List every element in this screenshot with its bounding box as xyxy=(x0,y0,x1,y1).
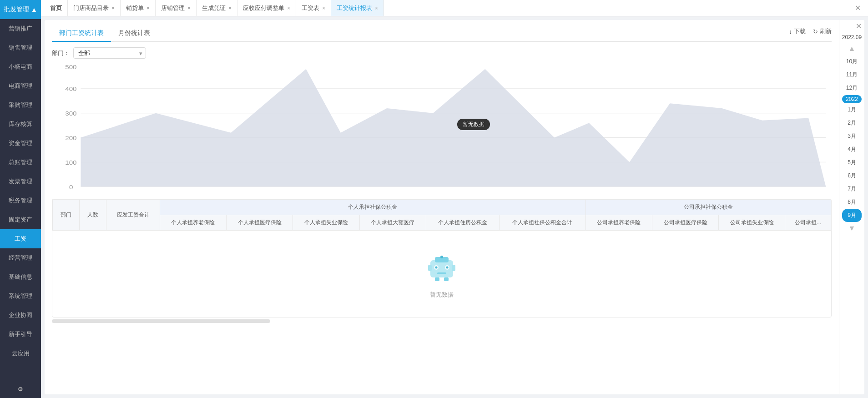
sidebar-item-guide[interactable]: 新手引导 xyxy=(0,325,41,344)
sidebar-title-text: 批发管理 xyxy=(4,5,29,14)
svg-text:500: 500 xyxy=(65,64,77,71)
svg-text:400: 400 xyxy=(65,86,77,92)
refresh-label: 刷新 xyxy=(820,27,832,35)
main-area: 首页门店商品目录×销货单×店铺管理×生成凭证×应收应付调整单×工资表×工资统计报… xyxy=(41,0,868,398)
tab-payroll-report[interactable]: 工资统计报表× xyxy=(331,0,384,16)
sub-tab-dept-stats[interactable]: 部门工资统计表 xyxy=(52,25,111,42)
refresh-icon: ↻ xyxy=(813,28,818,35)
tab-label-store-mgmt: 店铺管理 xyxy=(161,4,185,12)
sidebar-item-purchase[interactable]: 采购管理 xyxy=(0,96,41,115)
tab-generate-voucher[interactable]: 生成凭证× xyxy=(197,0,237,16)
svg-rect-11 xyxy=(430,260,453,277)
tab-close-store-mgmt[interactable]: × xyxy=(187,5,191,11)
sidebar-item-fixed-assets[interactable]: 固定资产 xyxy=(0,210,41,229)
sidebar-item-ecommerce[interactable]: 电商管理 xyxy=(0,76,41,96)
year-month-items: 10月11月12月20221月2月3月4月5月6月7月8月9月 xyxy=(839,55,864,222)
tab-home[interactable]: 首页 xyxy=(45,0,68,16)
month-item-8月[interactable]: 8月 xyxy=(839,196,864,209)
sidebar-item-invoice[interactable]: 发票管理 xyxy=(0,172,41,191)
sidebar-item-basic-info[interactable]: 基础信息 xyxy=(0,267,41,287)
tab-label-payroll-report: 工资统计报表 xyxy=(337,4,372,12)
month-item-5月[interactable]: 5月 xyxy=(839,156,864,169)
month-item-10月[interactable]: 10月 xyxy=(839,55,864,68)
month-item-7月[interactable]: 7月 xyxy=(839,182,864,196)
table-header-row2: 个人承担养老保险 个人承担医疗保险 个人承担失业保险 个人承担大额医疗 个人承担… xyxy=(53,215,831,231)
tab-label-sales-order: 销货单 xyxy=(126,4,144,12)
bottom-scrollbar[interactable] xyxy=(52,319,270,323)
sidebar-item-enterprise[interactable]: 企业协同 xyxy=(0,306,41,325)
tab-sales-order[interactable]: 销货单× xyxy=(121,0,156,16)
month-item-2月[interactable]: 2月 xyxy=(839,116,864,130)
close-all-icon[interactable]: ✕ xyxy=(851,4,864,12)
tab-store-catalog[interactable]: 门店商品目录× xyxy=(68,0,121,16)
sidebar-settings[interactable]: ⚙ xyxy=(0,380,41,398)
th-personal-pension: 个人承担养老保险 xyxy=(160,215,226,231)
svg-point-17 xyxy=(446,267,449,269)
tab-close-payroll-report[interactable]: × xyxy=(375,5,378,11)
sidebar-item-payroll[interactable]: 工资 xyxy=(0,229,41,248)
month-item-9月[interactable]: 9月 xyxy=(842,209,862,222)
month-item-1月[interactable]: 1月 xyxy=(839,103,864,116)
sidebar-item-cloud-apps[interactable]: 云应用 xyxy=(0,344,41,363)
svg-rect-18 xyxy=(437,272,446,274)
th-total-salary: 应发工资合计 xyxy=(106,200,160,231)
sidebar-title[interactable]: 批发管理 ▲ xyxy=(0,0,41,19)
download-button[interactable]: ↓ 下载 xyxy=(789,27,806,35)
chart-tooltip: 暂无数据 xyxy=(457,119,490,130)
empty-text: 暂无数据 xyxy=(430,291,454,299)
month-item-11月[interactable]: 11月 xyxy=(839,68,864,81)
tab-close-payroll-table[interactable]: × xyxy=(322,5,325,11)
th-personal-housing-fund: 个人承担住房公积金 xyxy=(426,215,499,231)
month-item-3月[interactable]: 3月 xyxy=(839,130,864,143)
svg-point-13 xyxy=(440,256,443,258)
sidebar-item-ecommerce-small[interactable]: 小畅电商 xyxy=(0,57,41,76)
month-item-6月[interactable]: 6月 xyxy=(839,169,864,182)
table-header-row1: 部门 人数 应发工资合计 个人承担社保公积金 公司承担社保公积金 xyxy=(53,200,831,215)
svg-text:100: 100 xyxy=(65,159,77,166)
th-company-social: 公司承担社保公积金 xyxy=(585,200,831,215)
panel-prev-button[interactable]: ▲ xyxy=(846,42,858,55)
sidebar-item-finance[interactable]: 资金管理 xyxy=(0,134,41,153)
sub-tab-month-stats[interactable]: 月份统计表 xyxy=(111,25,157,42)
svg-text:0: 0 xyxy=(69,184,73,191)
chart-polygon xyxy=(81,69,826,186)
refresh-button[interactable]: ↻ 刷新 xyxy=(813,27,832,35)
panel-close-button[interactable]: ✕ xyxy=(839,20,864,32)
dept-filter: 部门： 全部 xyxy=(52,47,146,59)
th-company-medical: 公司承担医疗保险 xyxy=(652,215,718,231)
th-personal-social: 个人承担社保公积金 xyxy=(160,200,585,215)
tab-store-mgmt[interactable]: 店铺管理× xyxy=(156,0,197,16)
sidebar-item-tax[interactable]: 税务管理 xyxy=(0,191,41,210)
tab-close-store-catalog[interactable]: × xyxy=(111,5,115,11)
dept-select-wrapper: 全部 xyxy=(73,47,146,59)
th-headcount: 人数 xyxy=(80,200,106,231)
sidebar-item-operations[interactable]: 经营管理 xyxy=(0,248,41,267)
tab-ar-ap[interactable]: 应收应付调整单× xyxy=(237,0,296,16)
sidebar-item-marketing[interactable]: 营销推广 xyxy=(0,19,41,38)
tab-label-store-catalog: 门店商品目录 xyxy=(73,4,109,12)
tab-payroll-table[interactable]: 工资表× xyxy=(296,0,331,16)
toolbar: 部门： 全部 xyxy=(52,47,832,59)
content-area: 部门工资统计表月份统计表 ↓ 下载 ↻ 刷新 部门： xyxy=(45,20,864,394)
sidebar-title-icon: ▲ xyxy=(31,6,37,13)
tab-close-sales-order[interactable]: × xyxy=(146,5,150,11)
sidebar-item-sales[interactable]: 销售管理 xyxy=(0,38,41,57)
panel-next-button[interactable]: ▼ xyxy=(846,222,858,235)
tab-label-payroll-table: 工资表 xyxy=(302,4,319,12)
sidebar-item-inventory[interactable]: 库存核算 xyxy=(0,115,41,134)
sidebar: 批发管理 ▲ 营销推广销售管理小畅电商电商管理采购管理库存核算资金管理总账管理发… xyxy=(0,0,41,398)
svg-rect-22 xyxy=(444,277,449,281)
sidebar-item-general-ledger[interactable]: 总账管理 xyxy=(0,153,41,172)
tab-label-generate-voucher: 生成凭证 xyxy=(202,4,226,12)
tab-close-ar-ap[interactable]: × xyxy=(287,5,290,11)
month-item-12月[interactable]: 12月 xyxy=(839,81,864,95)
month-item-4月[interactable]: 4月 xyxy=(839,143,864,156)
download-icon: ↓ xyxy=(789,28,792,35)
page-content: 部门工资统计表月份统计表 ↓ 下载 ↻ 刷新 部门： xyxy=(45,20,839,394)
year-badge-2022[interactable]: 2022 xyxy=(842,95,862,103)
tab-close-generate-voucher[interactable]: × xyxy=(228,5,232,11)
bottom-scrollbar-wrap xyxy=(52,317,832,325)
svg-text:300: 300 xyxy=(65,110,77,117)
sidebar-item-system[interactable]: 系统管理 xyxy=(0,287,41,306)
dept-select[interactable]: 全部 xyxy=(73,47,146,59)
